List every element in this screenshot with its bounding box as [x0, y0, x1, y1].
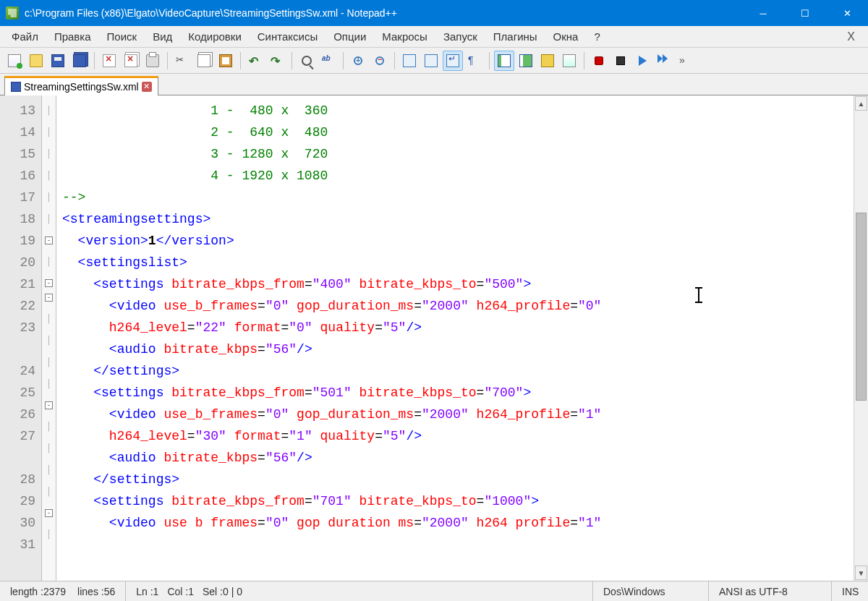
- code-line[interactable]: -->: [62, 187, 848, 208]
- menu-окна[interactable]: Окна: [546, 27, 586, 46]
- menu-поиск[interactable]: Поиск: [100, 27, 145, 46]
- text-cursor: [698, 287, 699, 303]
- code-line[interactable]: <streamingsettings>: [62, 208, 848, 230]
- code-line[interactable]: 2 - 640 x 480: [62, 122, 848, 143]
- status-bar: length : 2379 lines : 56 Ln : 1 Col : 1 …: [0, 581, 868, 601]
- redo-button[interactable]: ↷: [267, 51, 287, 71]
- status-eol: Dos\Windows: [593, 581, 709, 601]
- menu-запуск[interactable]: Запуск: [436, 27, 485, 46]
- code-line[interactable]: <video use_b_frames="0" gop_duration_ms=…: [62, 295, 848, 338]
- close-tab-icon[interactable]: ✕: [142, 82, 152, 92]
- menu-опции[interactable]: Опции: [326, 27, 373, 46]
- window-controls: ─ ☐ ✕: [742, 0, 868, 26]
- open-file-button[interactable]: [26, 51, 46, 71]
- record-macro-icon: [595, 56, 603, 65]
- scroll-thumb[interactable]: [856, 213, 867, 401]
- show-symbols-icon: ¶: [468, 54, 481, 67]
- menu-bar: ФайлПравкаПоискВидКодировкиСинтаксисыОпц…: [0, 26, 868, 48]
- app-icon: [6, 7, 19, 20]
- print-button[interactable]: [142, 51, 163, 71]
- run-macro-multi-button[interactable]: [654, 51, 674, 71]
- copy-button[interactable]: [194, 51, 214, 71]
- zoom-out-icon: [375, 56, 384, 65]
- play-macro-icon: [639, 56, 647, 66]
- menu-макросы[interactable]: Макросы: [375, 27, 435, 46]
- scroll-down-icon[interactable]: ▼: [855, 566, 867, 580]
- redo-icon: ↷: [271, 54, 284, 67]
- tab-label: StreamingSettingsSw.xml: [24, 81, 139, 93]
- undo-button[interactable]: ↶: [245, 51, 265, 71]
- code-line[interactable]: 1 - 480 x 360: [62, 100, 848, 122]
- close-all-button[interactable]: [121, 51, 141, 71]
- close-window-button[interactable]: ✕: [826, 0, 868, 26]
- minimize-button[interactable]: ─: [742, 0, 784, 26]
- code-line[interactable]: <video use b frames="0" gop duration ms=…: [62, 512, 848, 534]
- code-line[interactable]: <video use_b_frames="0" gop_duration_ms=…: [62, 404, 848, 447]
- close-file-icon: [103, 54, 116, 67]
- save-all-button[interactable]: [69, 51, 90, 71]
- code-line[interactable]: <settingslist>: [62, 252, 848, 273]
- editor-area: 1314151617181920212223 24252627 28293031…: [0, 95, 868, 581]
- toolbar-overflow-icon: »: [679, 54, 692, 67]
- doc-map-button[interactable]: [559, 51, 579, 71]
- user-lang-icon: [519, 54, 532, 67]
- save-file-icon: [51, 54, 64, 67]
- close-file-button[interactable]: [99, 51, 119, 71]
- zoom-out-button[interactable]: [370, 51, 390, 71]
- titlebar: c:\Program Files (x86)\Elgato\VideoCaptu…: [0, 0, 868, 26]
- line-number-gutter: 1314151617181920212223 24252627 28293031: [0, 95, 42, 581]
- sync-v-button[interactable]: [399, 51, 420, 71]
- code-line[interactable]: 4 - 1920 x 1080: [62, 165, 848, 187]
- zoom-in-button[interactable]: [348, 51, 368, 71]
- word-wrap-button[interactable]: [443, 51, 463, 71]
- code-line[interactable]: <audio bitrate_kbps="56"/>: [62, 338, 848, 360]
- code-line[interactable]: <version>1</version>: [62, 230, 848, 252]
- tab-bar: StreamingSettingsSw.xml ✕: [0, 74, 868, 95]
- code-line[interactable]: 3 - 1280 x 720: [62, 143, 848, 165]
- code-editor[interactable]: 1 - 480 x 360 2 - 640 x 480 3 - 1280 x 7…: [56, 95, 854, 581]
- save-icon: [11, 82, 21, 92]
- code-line[interactable]: </settings>: [62, 360, 848, 382]
- fold-column[interactable]: ││││││-│--││││-││││-│: [42, 95, 56, 581]
- paste-icon: [219, 54, 232, 67]
- menu-плагины[interactable]: Плагины: [486, 27, 545, 46]
- sync-h-button[interactable]: [421, 51, 441, 71]
- replace-button[interactable]: ab: [318, 51, 339, 71]
- menu-close-x[interactable]: X: [838, 29, 864, 45]
- new-file-button[interactable]: [4, 51, 25, 71]
- code-line[interactable]: <settings bitrate_kbps_from="701" bitrat…: [62, 490, 848, 512]
- save-file-button[interactable]: [48, 51, 68, 71]
- zoom-in-icon: [354, 56, 362, 65]
- code-line[interactable]: </settings>: [62, 469, 848, 490]
- record-macro-button[interactable]: [589, 51, 609, 71]
- print-icon: [146, 54, 159, 67]
- cut-button[interactable]: ✂: [172, 51, 192, 71]
- show-symbols-button[interactable]: ¶: [464, 51, 485, 71]
- function-list-button[interactable]: [537, 51, 558, 71]
- status-insert-mode[interactable]: INS: [832, 581, 868, 601]
- menu-правка[interactable]: Правка: [47, 27, 98, 46]
- stop-macro-button[interactable]: [610, 51, 631, 71]
- menu-кодировки[interactable]: Кодировки: [181, 27, 248, 46]
- user-lang-button[interactable]: [516, 51, 536, 71]
- menu-вид[interactable]: Вид: [145, 27, 179, 46]
- save-all-icon: [73, 54, 86, 67]
- new-file-icon: [8, 54, 21, 67]
- vertical-scrollbar[interactable]: ▲ ▼: [854, 95, 868, 581]
- menu-синтаксисы[interactable]: Синтаксисы: [250, 27, 325, 46]
- find-icon: [302, 56, 312, 66]
- menu-?[interactable]: ?: [587, 27, 607, 46]
- status-encoding: ANSI as UTF-8: [709, 581, 832, 601]
- maximize-button[interactable]: ☐: [784, 0, 826, 26]
- file-tab[interactable]: StreamingSettingsSw.xml ✕: [4, 76, 158, 95]
- paste-button[interactable]: [216, 51, 236, 71]
- menu-файл[interactable]: Файл: [4, 27, 46, 46]
- play-macro-button[interactable]: [632, 51, 652, 71]
- find-button[interactable]: [297, 51, 317, 71]
- toolbar-overflow-button[interactable]: »: [676, 51, 696, 71]
- code-line[interactable]: <settings bitrate_kbps_from="400" bitrat…: [62, 273, 848, 295]
- code-line[interactable]: <audio bitrate_kbps="56"/>: [62, 447, 848, 469]
- indent-guide-button[interactable]: [494, 51, 514, 71]
- code-line[interactable]: <settings bitrate_kbps_from="501" bitrat…: [62, 382, 848, 404]
- scroll-up-icon[interactable]: ▲: [855, 96, 867, 111]
